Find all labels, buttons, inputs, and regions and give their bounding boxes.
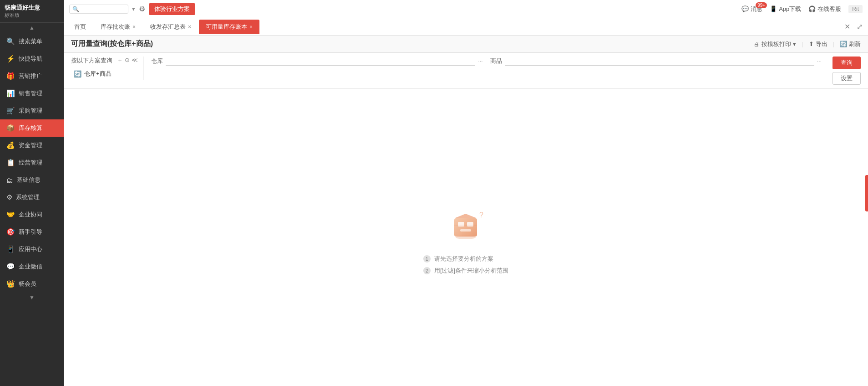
export-button[interactable]: ⬆ 导出: [809, 40, 827, 48]
empty-tips: 1 请先选择要分析的方案 2 用[过滤]条件来缩小分析范围: [423, 255, 508, 275]
collapse-icon[interactable]: ≪: [132, 57, 138, 65]
sidebar-icon-system: ⚙: [6, 193, 12, 201]
sidebar-label-quick-nav: 快捷导航: [19, 55, 42, 63]
refresh-label: 刷新: [849, 40, 861, 48]
customer-service-icon: 🎧: [808, 5, 816, 12]
sidebar-label-newbie: 新手引导: [19, 228, 42, 236]
sidebar-item-vip[interactable]: 👑畅会员: [0, 275, 64, 293]
topbar-right: 💬 消息 99+ 📱 App下载 🎧 在线客服 Rit: [741, 5, 863, 13]
tab-close-available-ledger[interactable]: ×: [249, 24, 253, 30]
sidebar-label-vip: 畅会员: [19, 280, 36, 288]
sidebar-item-quick-nav[interactable]: ⚡快捷导航: [0, 50, 64, 67]
svg-rect-3: [460, 229, 471, 232]
sidebar-item-inventory[interactable]: 📦库存核算: [0, 119, 64, 137]
page-title: 可用量查询(按仓库+商品): [71, 39, 153, 49]
sidebar-item-search[interactable]: 🔍搜索菜单: [0, 33, 64, 50]
message-button[interactable]: 💬 消息 99+: [741, 5, 762, 13]
tip-text-1: 请先选择要分析的方案: [434, 255, 493, 263]
sidebar-item-operations[interactable]: 📋经营管理: [0, 154, 64, 171]
print-template-button[interactable]: 🖨 按模板打印 ▾: [754, 40, 796, 48]
warehouse-field: 仓库 ···: [151, 57, 483, 66]
sidebar-icon-marketing: 🎁: [6, 72, 15, 80]
sidebar-item-purchase[interactable]: 🛒采购管理: [0, 102, 64, 119]
sidebar-item-enterprise[interactable]: 🤝企业协同: [0, 206, 64, 223]
tab-close-batch-ledger[interactable]: ×: [132, 24, 136, 30]
sidebar-items-container: 🔍搜索菜单⚡快捷导航🎁营销推广📊销售管理🛒采购管理📦库存核算💰资金管理📋经营管理…: [0, 33, 64, 293]
sidebar-item-marketing[interactable]: 🎁营销推广: [0, 67, 64, 85]
print-icon: 🖨: [754, 41, 760, 47]
app-download-icon: 📱: [770, 5, 777, 12]
app-download-label: App下载: [779, 5, 801, 13]
message-icon: 💬: [741, 5, 749, 12]
refresh-button[interactable]: 🔄 刷新: [840, 40, 861, 48]
refresh-icon: 🔄: [840, 41, 847, 47]
search-input[interactable]: [81, 6, 122, 12]
sidebar-label-enterprise: 企业协同: [19, 211, 42, 219]
print-label: 按模板打印: [761, 40, 791, 48]
scheme-label-warehouse-product: 仓库+商品: [84, 70, 112, 78]
sidebar-label-marketing: 营销推广: [19, 72, 42, 80]
tab-close-receipt-summary[interactable]: ×: [188, 24, 191, 30]
filter-settings-button[interactable]: 设置: [832, 72, 861, 85]
sidebar-scroll-down[interactable]: ▼: [0, 293, 64, 303]
query-button[interactable]: 查询: [832, 57, 861, 69]
sidebar-item-finance[interactable]: 💰资金管理: [0, 137, 64, 154]
user-name: Rit: [852, 6, 859, 12]
sidebar-label-system: 系统管理: [16, 193, 40, 201]
customer-service-button[interactable]: 🎧 在线客服: [808, 5, 841, 13]
sidebar-icon-search: 🔍: [6, 37, 15, 46]
sidebar: 畅康通好生意 标准版 ▲ 🔍搜索菜单⚡快捷导航🎁营销推广📊销售管理🛒采购管理📦库…: [0, 0, 64, 386]
svg-rect-2: [467, 222, 473, 226]
sidebar-label-finance: 资金管理: [19, 141, 42, 149]
sidebar-item-newbie[interactable]: 🎯新手引导: [0, 223, 64, 241]
sidebar-item-system[interactable]: ⚙系统管理: [0, 189, 64, 206]
sidebar-logo: 畅康通好生意 标准版: [0, 0, 64, 23]
add-scheme-icon[interactable]: ＋: [117, 57, 123, 65]
sidebar-icon-purchase: 🛒: [6, 107, 15, 115]
scheme-item-warehouse-product[interactable]: 🔄仓库+商品: [71, 67, 138, 80]
settings-scheme-icon[interactable]: ⊙: [125, 57, 130, 65]
sidebar-item-app-center[interactable]: 📱应用中心: [0, 241, 64, 258]
sidebar-label-inventory: 库存核算: [19, 124, 42, 132]
action-sep-1: |: [802, 41, 803, 47]
sidebar-scroll-up[interactable]: ▲: [0, 23, 64, 33]
app-subtitle: 标准版: [5, 12, 59, 19]
user-avatar[interactable]: Rit: [848, 5, 863, 13]
sidebar-item-enterprise-wechat[interactable]: 💬企业微信: [0, 258, 64, 275]
gear-icon[interactable]: ⚙: [139, 5, 145, 13]
tab-label-batch-ledger: 库存批次账: [101, 23, 130, 31]
sidebar-item-basic[interactable]: 🗂基础信息: [0, 171, 64, 189]
export-icon: ⬆: [809, 41, 814, 47]
tab-receipt-summary[interactable]: 收发存汇总表×: [143, 20, 198, 34]
tab-label-available-ledger: 可用量库存账本: [206, 23, 247, 31]
filter-row-1: 仓库 ··· 商品 ···: [151, 57, 822, 66]
product-more-button[interactable]: ···: [817, 58, 822, 64]
print-dropdown-icon[interactable]: ▾: [793, 41, 796, 47]
sidebar-icon-inventory: 📦: [6, 124, 15, 132]
warehouse-input[interactable]: [166, 57, 475, 66]
filter-fields: 仓库 ··· 商品 ···: [151, 57, 822, 66]
sidebar-label-purchase: 采购管理: [19, 107, 42, 115]
app-download-button[interactable]: 📱 App下载: [770, 5, 801, 13]
product-field: 商品 ···: [490, 57, 822, 66]
scheme-icon-warehouse-product: 🔄: [74, 70, 81, 77]
trial-button[interactable]: 体验行业方案: [149, 3, 195, 15]
tab-batch-ledger[interactable]: 库存批次账×: [94, 20, 142, 34]
filter-scheme-icons: ＋ ⊙ ≪: [117, 57, 138, 65]
content-area: ? 1 请先选择要分析的方案 2 用[过滤]条件来缩小分析范围: [64, 89, 868, 386]
tab-home[interactable]: 首页: [67, 20, 93, 34]
tabs-right-controls: ✕ ⤢: [843, 21, 864, 32]
main-content: 🔍 ▾ ⚙ 体验行业方案 💬 消息 99+ 📱 App下载 🎧 在线客服 Rit: [64, 0, 868, 386]
warehouse-more-button[interactable]: ···: [478, 58, 482, 64]
right-scroll-indicator[interactable]: [865, 175, 868, 211]
topbar-dropdown-arrow[interactable]: ▾: [132, 5, 135, 12]
tab-close-all-button[interactable]: ✕: [843, 21, 852, 32]
warehouse-label: 仓库: [151, 57, 163, 65]
tab-available-ledger[interactable]: 可用量库存账本×: [199, 20, 259, 34]
svg-text:?: ?: [479, 211, 483, 219]
product-input[interactable]: [505, 57, 814, 66]
tip-num-2: 2: [423, 267, 431, 274]
tab-expand-button[interactable]: ⤢: [855, 21, 864, 32]
sidebar-label-sales: 销售管理: [19, 89, 42, 98]
sidebar-item-sales[interactable]: 📊销售管理: [0, 85, 64, 102]
